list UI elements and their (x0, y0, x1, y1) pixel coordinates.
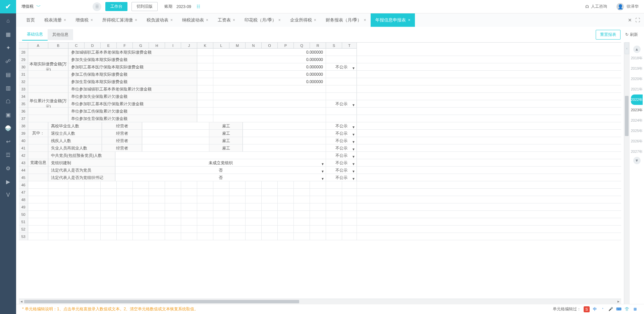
row-header[interactable]: 53 (19, 233, 28, 240)
tab-annual-report[interactable]: 年报信息申报表× (371, 13, 415, 27)
ime-skin-icon[interactable]: 👕 (624, 306, 630, 312)
close-icon[interactable]: × (170, 18, 173, 22)
close-icon[interactable]: × (135, 18, 137, 22)
close-icon[interactable]: × (278, 18, 281, 22)
year-2020年[interactable]: 2020年 (631, 74, 643, 84)
row-header[interactable]: 39 (19, 130, 28, 137)
col-header-F[interactable]: F (117, 43, 133, 49)
sidebar-bag-icon[interactable]: ☍ (0, 55, 16, 67)
year-2018年[interactable]: 2018年 (631, 53, 643, 63)
year-2024年[interactable]: 2024年 (631, 115, 643, 126)
scroll-right-icon[interactable]: ► (616, 300, 621, 303)
col-header-G[interactable]: G (133, 43, 149, 49)
sidebar-link-icon[interactable]: ↩ (0, 135, 16, 147)
scroll-left-icon[interactable]: ◄ (19, 300, 24, 303)
col-header-J[interactable]: J (181, 43, 197, 49)
grid[interactable]: 28参加城镇职工基本养老保险本期实际缴费金额0.00000029参加失业保险本期… (19, 49, 621, 299)
calendar-icon[interactable]: ☷ (197, 4, 200, 9)
col-header-T[interactable]: T (342, 43, 357, 49)
row-header[interactable]: 41 (19, 144, 28, 152)
col-header-M[interactable]: M (229, 43, 246, 49)
tabs-close-all-icon[interactable]: ✕ (628, 17, 632, 23)
row-header[interactable]: 52 (19, 226, 28, 233)
close-icon[interactable]: × (64, 18, 66, 22)
tab-stamp[interactable]: 印花税（月/季）× (240, 13, 285, 27)
sidebar-grid-icon[interactable]: ▣ (0, 109, 16, 121)
col-header-S[interactable]: S (326, 43, 342, 49)
col-header-P[interactable]: P (278, 43, 294, 49)
sheet-corner[interactable] (19, 43, 28, 49)
row-header[interactable]: 38 (19, 122, 28, 130)
ime-s-icon[interactable]: S (584, 306, 590, 312)
row-header[interactable]: 32 (19, 78, 28, 85)
close-icon[interactable]: × (206, 18, 208, 22)
year-down-icon[interactable]: ▼ (633, 157, 641, 164)
year-2023年[interactable]: 2023年 (631, 105, 643, 115)
ime-keyboard-icon[interactable]: ⌨ (616, 306, 622, 312)
col-header-A[interactable]: A (28, 43, 48, 49)
col-header-H[interactable]: H (149, 43, 165, 49)
reset-report-button[interactable]: 重置报表 (596, 30, 621, 40)
support-link[interactable]: ☊ 人工咨询 (585, 4, 607, 9)
row-header[interactable]: 28 (19, 49, 28, 56)
row-header[interactable]: 29 (19, 56, 28, 63)
row-header[interactable]: 35 (19, 100, 28, 108)
row-header[interactable]: 34 (19, 93, 28, 100)
row-header[interactable]: 46 (19, 181, 28, 189)
sidebar-chart-icon[interactable]: ✦ (0, 42, 16, 54)
account-selector[interactable]: 增值税 ﹀ (21, 4, 89, 10)
year-2025年[interactable]: 2025年 (631, 126, 643, 136)
row-header[interactable]: 44 (19, 167, 28, 174)
workbench-button[interactable]: 工作台 (105, 2, 127, 11)
close-icon[interactable]: × (233, 18, 235, 22)
tab-tax-pay[interactable]: 纳税波动表× (177, 13, 213, 27)
row-header[interactable]: 40 (19, 137, 28, 144)
ime-toolbox-icon[interactable]: ⊞ (632, 306, 638, 312)
row-header[interactable]: 31 (19, 71, 28, 78)
col-header-I[interactable]: I (165, 43, 181, 49)
ime-mic-icon[interactable]: 🎤 (608, 306, 614, 312)
close-icon[interactable]: × (364, 18, 366, 22)
tab-income-settle[interactable]: 所得税汇算清缴× (98, 13, 142, 27)
tab-salary[interactable]: 工资表× (213, 13, 240, 27)
tab-fin-report[interactable]: 财务报表（月/季）× (321, 13, 371, 27)
period-value[interactable]: 2023-09 (176, 4, 191, 9)
sidebar-bowl-icon[interactable]: 🍚 (0, 122, 16, 134)
switch-old-button[interactable]: 切到旧版 (131, 2, 158, 11)
sidebar-v-icon[interactable]: V (0, 189, 16, 201)
user-menu[interactable]: 👤 徐泽华 (616, 3, 639, 10)
col-header-E[interactable]: E (101, 43, 117, 49)
row-header[interactable]: 50 (19, 211, 28, 218)
tabs-expand-icon[interactable]: ⛶ (635, 17, 640, 23)
close-icon[interactable]: × (91, 18, 93, 22)
year-2022年[interactable]: 2022年 (631, 95, 643, 105)
tab-home[interactable]: 首页 (21, 13, 40, 27)
row-header[interactable]: 30 (19, 63, 28, 71)
row-header[interactable]: 49 (19, 203, 28, 211)
sidebar-home-icon[interactable]: ⌂ (0, 15, 16, 27)
tab-corp-income[interactable]: 企业所得税× (285, 13, 321, 27)
row-header[interactable]: 43 (19, 159, 28, 167)
year-panel-toggle[interactable]: ‹ (625, 42, 629, 54)
tab-tax-list[interactable]: 税表清册× (40, 13, 71, 27)
sidebar-ledger-icon[interactable]: ▥ (0, 82, 16, 94)
note-icon[interactable]: ☰ (93, 2, 101, 11)
col-header-L[interactable]: L (213, 43, 229, 49)
year-2026年[interactable]: 2026年 (631, 136, 643, 146)
row-header[interactable]: 45 (19, 174, 28, 181)
row-header[interactable]: 36 (19, 108, 28, 115)
sidebar-gear-icon[interactable]: ⚙ (0, 162, 16, 174)
ime-punct-icon[interactable]: ' (600, 306, 606, 312)
sidebar-tray-icon[interactable]: ☲ (0, 149, 16, 161)
col-header-C[interactable]: C (68, 43, 85, 49)
year-up-icon[interactable]: ▲ (633, 46, 641, 53)
tab-tax-burden[interactable]: 税负波动表× (142, 13, 177, 27)
row-header[interactable]: 33 (19, 85, 28, 93)
year-2027年[interactable]: 2027年 (631, 146, 643, 157)
col-header-Q[interactable]: Q (294, 43, 310, 49)
tab-vat[interactable]: 增值税× (71, 13, 98, 27)
sidebar-clipboard-icon[interactable]: ▤ (0, 68, 16, 80)
ime-lang-icon[interactable]: 中 (592, 306, 598, 312)
row-header[interactable]: 47 (19, 189, 28, 196)
col-header-O[interactable]: O (262, 43, 278, 49)
